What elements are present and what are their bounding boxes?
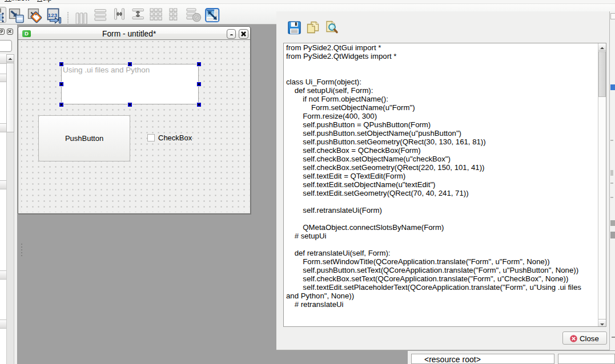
svg-text:123: 123: [48, 12, 58, 18]
